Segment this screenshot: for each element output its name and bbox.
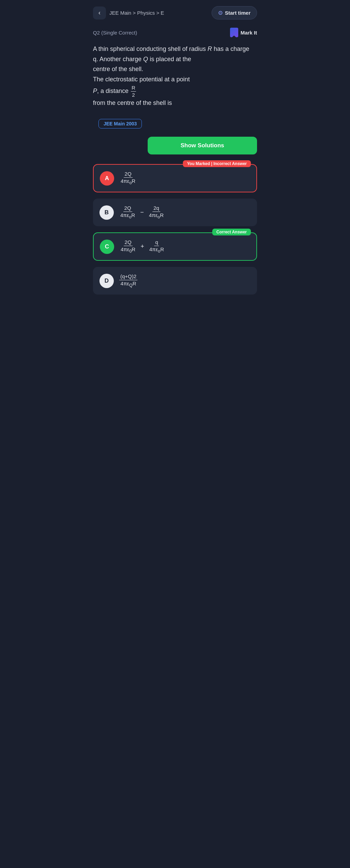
option-circle-c: C — [100, 240, 114, 254]
jee-tag: JEE Main 2003 — [98, 119, 142, 128]
question-text-7: , a distance — [97, 87, 130, 94]
incorrect-badge: You Marked | Incorrect Answer — [183, 160, 251, 167]
question-text-5: centre of the shell. — [93, 66, 143, 72]
question-text-2: has a charge — [212, 45, 249, 52]
header-left: ‹ JEE Main > Physics > E — [93, 6, 164, 19]
option-card-c[interactable]: Correct Answer C 2Q 4πε0R + q 4πεoR — [93, 232, 257, 261]
frac-c2-top: q — [154, 239, 159, 246]
correct-badge: Correct Answer — [212, 229, 251, 235]
minus-sign-b: − — [140, 209, 144, 216]
bookmark-icon — [230, 28, 238, 37]
option-card-b[interactable]: B 2Q 4πεoR − 2q 4πεoR — [93, 199, 257, 226]
question-var-P: P — [93, 87, 97, 94]
breadcrumb: JEE Main > Physics > E — [109, 10, 164, 16]
back-button[interactable]: ‹ — [93, 6, 106, 19]
question-var-R1: R — [207, 45, 212, 52]
option-circle-b: B — [99, 205, 114, 220]
question-text-3: q. Another charge — [93, 56, 143, 63]
frac-b1-top: 2Q — [123, 205, 132, 212]
option-circle-d: D — [99, 274, 114, 288]
options-list: You Marked | Incorrect Answer A 2Q 4πεoR… — [88, 164, 262, 303]
option-formula-a: 2Q 4πεoR — [120, 171, 136, 186]
frac-b1-bot: 4πεoR — [119, 212, 136, 220]
option-card-a[interactable]: You Marked | Incorrect Answer A 2Q 4πεoR — [93, 164, 257, 192]
frac-b2-top: 2q — [152, 205, 160, 212]
option-card-d[interactable]: D (q+Q)2 4πεQR — [93, 267, 257, 295]
frac-c2-bot: 4πεoR — [148, 246, 165, 254]
question-text-4: is placed at the — [148, 56, 191, 63]
solutions-btn-wrap: Show Solutions — [88, 137, 262, 164]
back-icon: ‹ — [98, 9, 100, 16]
frac-a: 2Q 4πεoR — [120, 171, 136, 186]
frac-c2: q 4πεoR — [148, 239, 165, 254]
frac-b2: 2q 4πεoR — [148, 205, 165, 220]
mark-it-button[interactable]: Mark It — [230, 28, 257, 37]
question-meta: Q2 (Single Correct) Mark It — [88, 24, 262, 41]
show-solutions-button[interactable]: Show Solutions — [148, 137, 257, 154]
question-text-6: The clectrostatic potential at a point — [93, 76, 190, 83]
frac-c1-top: 2Q — [124, 239, 133, 246]
plus-sign-c: + — [140, 243, 144, 250]
timer-icon: ⊙ — [218, 10, 223, 16]
timer-label: Start timer — [225, 10, 251, 16]
frac-d-bot: 4πεQR — [120, 280, 137, 288]
frac-a-top: 2Q — [124, 171, 133, 178]
question-text-1: A thin spherical conducting shell of rad… — [93, 45, 207, 52]
start-timer-button[interactable]: ⊙ Start timer — [212, 6, 257, 19]
frac-b1: 2Q 4πεoR — [119, 205, 136, 220]
option-formula-b: 2Q 4πεoR − 2q 4πεoR — [119, 205, 165, 220]
question-body: A thin spherical conducting shell of rad… — [88, 41, 262, 113]
option-formula-c: 2Q 4πε0R + q 4πεoR — [120, 239, 165, 254]
question-label: Q2 (Single Correct) — [93, 30, 137, 36]
frac-b2-bot: 4πεoR — [148, 212, 165, 220]
frac-c1: 2Q 4πε0R — [120, 239, 136, 254]
frac-c1-bot: 4πε0R — [120, 246, 136, 254]
question-text-8: from the centre of the shell is — [93, 99, 172, 106]
frac-d: (q+Q)2 4πεQR — [119, 273, 137, 288]
mark-it-label: Mark It — [241, 30, 257, 36]
frac-a-bot: 4πεoR — [120, 178, 136, 186]
header: ‹ JEE Main > Physics > E ⊙ Start timer — [88, 0, 262, 24]
frac-d-top: (q+Q)2 — [119, 273, 137, 280]
question-fraction-R2: R2 — [131, 85, 136, 98]
question-var-Q: Q — [143, 56, 148, 63]
option-formula-d: (q+Q)2 4πεQR — [119, 273, 137, 288]
option-circle-a: A — [100, 171, 114, 186]
